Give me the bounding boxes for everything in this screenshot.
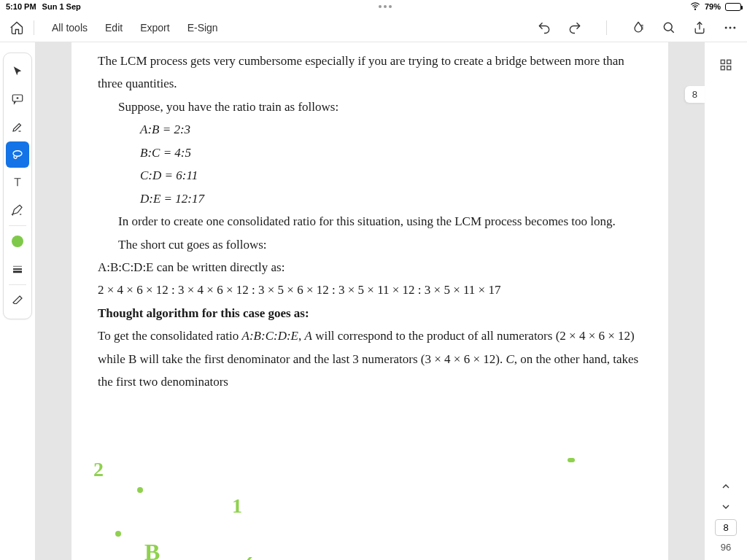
color-tool-icon[interactable] [6,228,29,254]
search-icon[interactable] [661,20,677,36]
text-tool-icon[interactable] [6,169,29,195]
line-weight-tool-icon[interactable] [6,256,29,282]
ratio-line-3: C:D = 6:11 [140,164,642,187]
handwriting-annotation: 2 [93,451,104,489]
menu-edit[interactable]: Edit [96,18,131,38]
page-gutter-right: 8 [668,42,705,560]
status-time: 5:10 PM [6,2,36,11]
main-area: The LCM process gets very cumbersome esp… [0,42,747,560]
wifi-icon [690,1,700,12]
home-icon[interactable] [9,20,25,36]
comment-tool-icon[interactable] [6,86,29,112]
ratio-line-2: B:C = 4:5 [140,141,642,164]
select-tool-icon[interactable] [6,58,29,85]
svg-point-0 [664,23,672,31]
handwriting-mark: ˏ [243,531,253,560]
svg-point-2 [729,26,732,28]
page-total: 96 [721,542,731,553]
multitask-dots-icon[interactable] [379,5,392,8]
para-1: The LCM process gets very cumbersome esp… [98,50,642,96]
menu-esign[interactable]: E-Sign [179,18,227,38]
status-date: Sun 1 Sep [42,2,81,11]
para-4: The short cut goes as follows: [98,233,642,256]
svg-rect-9 [721,60,724,63]
thumbnails-icon[interactable] [718,57,734,73]
svg-rect-11 [721,66,724,70]
redo-icon[interactable] [567,20,583,36]
para-3: In order to create one consolidated rati… [98,210,642,233]
left-tool-rail [0,42,35,560]
handwriting-dot [115,531,121,537]
battery-percent: 79% [705,2,721,11]
eraser-tool-icon[interactable] [6,287,29,314]
top-toolbar: All tools Edit Export E-Sign [0,13,747,42]
page-gutter-left [35,42,71,560]
svg-point-3 [733,26,735,28]
more-icon[interactable] [722,20,738,36]
status-bar: 5:10 PM Sun 1 Sep 79% [0,0,747,13]
page-nav: 8 96 [705,478,747,553]
undo-icon[interactable] [536,20,552,36]
svg-point-1 [725,26,727,28]
para-6: 2 × 4 × 6 × 12 : 3 × 4 × 6 × 12 : 3 × 5 … [98,279,642,301]
para-5: A:B:C:D:E can be written directly as: [98,256,642,279]
page-number-badge[interactable]: 8 [685,86,705,103]
page-number-input[interactable]: 8 [715,519,736,536]
para-2: Suppose, you have the ratio train as fol… [98,96,642,118]
ratio-line-1: A:B = 2:3 [140,118,642,141]
document-page: The LCM process gets very cumbersome esp… [71,42,668,560]
page-down-icon[interactable] [718,499,734,515]
ratio-line-4: D:E = 12:17 [140,187,642,210]
page-up-icon[interactable] [718,478,734,494]
battery-icon [725,3,741,11]
menu-export[interactable]: Export [131,18,178,38]
lasso-tool-icon[interactable] [6,141,29,168]
para-7: Thought algorithm for this case goes as: [98,302,642,324]
para-8: To get the consolidated ratio A:B:C:D:E,… [98,324,642,393]
svg-rect-10 [727,60,731,63]
handwriting-mark [568,458,575,462]
handwriting-dot [137,487,143,493]
ink-drop-icon[interactable] [630,20,646,36]
share-icon[interactable] [692,20,708,36]
svg-rect-12 [727,66,731,70]
annotation-layer: 2 1 B ˏ [71,429,668,560]
menu-all-tools[interactable]: All tools [43,18,96,38]
right-sidebar: 8 96 [705,42,747,560]
page-viewport[interactable]: The LCM process gets very cumbersome esp… [71,42,668,560]
handwriting-annotation: 1 [232,487,242,525]
pen-tool-icon[interactable] [6,197,29,223]
svg-point-5 [13,151,22,157]
handwriting-annotation: B [144,531,160,560]
edit-tool-icon[interactable] [6,114,29,140]
